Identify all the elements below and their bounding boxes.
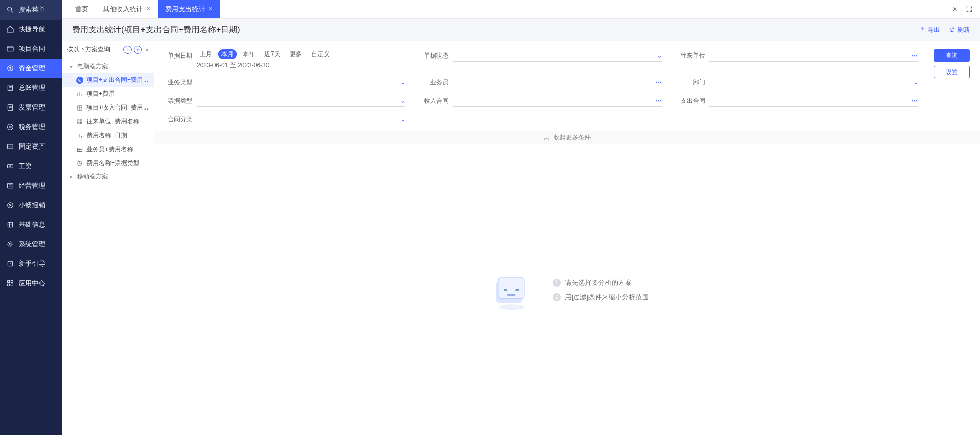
tree-item-1[interactable]: 项目+费用 [62,87,154,101]
sidebar-label: 工资 [19,161,32,171]
fullscreen-button[interactable] [965,5,974,14]
sidebar-item-home[interactable]: 快捷导航 [0,20,62,39]
settings-button[interactable]: 设置 [934,66,970,78]
sidebar-item-base[interactable]: 基础信息 [0,215,62,234]
collapse-filters-button[interactable]: ︽ 收起更多条件 [154,131,980,144]
field-biz-type: 业务类型 ⌄ [165,76,405,88]
scheme-title: 按以下方案查询 [67,45,110,54]
export-button[interactable]: 导出 [919,26,940,34]
chevron-down-icon: ⌄ [400,79,405,86]
svg-rect-23 [78,119,79,121]
tab-label: 首页 [75,5,88,14]
date-opt-this-month[interactable]: 本月 [218,49,237,59]
add-scheme-button[interactable]: + [123,46,132,54]
tree-item-2[interactable]: 项目+收入合同+费用... [62,101,154,115]
tree-group-mobile[interactable]: ▸ 移动端方案 [62,170,154,183]
date-opt-more[interactable]: 更多 [287,49,305,59]
folder-icon [6,45,14,53]
date-opt-prev-month[interactable]: 上月 [197,49,215,59]
field-date: 单据日期 上月 本月 本年 近7天 更多 自定义 2023-06-01 至 20… [165,49,405,70]
sidebar-item-ledger[interactable]: 总账管理 [0,78,62,98]
sidebar-item-tax[interactable]: 税务管理 [0,117,62,137]
close-all-button[interactable]: ✕ [950,5,959,14]
tab-home[interactable]: 首页 [68,0,96,18]
tree-group-desktop[interactable]: ▾ 电脑端方案 [62,60,154,73]
sidebar-item-funds[interactable]: 资金管理 [0,59,62,78]
app-icon [6,279,14,287]
refresh-button[interactable]: 刷新 [949,26,970,34]
title-row: 费用支出统计(项目+支出合同+费用名称+日期) 导出 刷新 [62,19,980,41]
sidebar-item-project[interactable]: 项目合同 [0,39,62,59]
partner-input[interactable]: ⋯ [709,49,918,62]
step-number: 1 [553,279,561,287]
svg-point-19 [137,49,139,50]
sidebar-item-invoice[interactable]: 发票管理 [0,98,62,117]
table-icon [76,146,83,153]
date-opt-custom[interactable]: 自定义 [308,49,333,59]
date-opt-this-year[interactable]: 本年 [240,49,258,59]
sidebar-item-biz[interactable]: 经营管理 [0,176,62,195]
sidebar-item-app[interactable]: 应用中心 [0,274,62,293]
svg-point-0 [8,7,12,11]
tree-item-5[interactable]: 业务员+费用名称 [62,142,154,156]
sidebar-item-reimb[interactable]: 小畅报销 [0,195,62,215]
contract-class-select[interactable]: ⌄ [197,113,405,125]
salary-icon [6,162,14,170]
sidebar-item-search[interactable]: 搜索菜单 [0,0,62,20]
sidebar-item-guide[interactable]: 新手引导 [0,254,62,274]
date-opt-7days[interactable]: 近7天 [261,49,283,59]
biz-icon [6,182,14,190]
close-icon[interactable]: ✕ [146,6,151,12]
biz-type-select[interactable]: ⌄ [197,76,405,88]
field-clerk: 业务员 ⋯ [421,76,662,88]
svg-rect-27 [77,148,82,151]
export-icon [919,27,925,33]
label: 支出合同 [678,95,705,105]
svg-point-9 [10,166,11,167]
item-label: 往来单位+费用名称 [86,117,139,126]
settings-label: 设置 [946,68,958,77]
svg-rect-8 [8,165,13,168]
bill-type-select[interactable]: ⌄ [197,95,405,107]
sidebar-label: 发票管理 [19,103,45,112]
export-label: 导出 [928,26,940,34]
item-label: 费用名称+票据类型 [86,159,139,168]
close-icon[interactable]: ✕ [208,6,213,12]
sidebar-item-salary[interactable]: 工资 [0,156,62,176]
field-expense-contract: 支出合同 ⋯ [678,95,918,107]
field-status: 单据状态 ⌄ [421,49,662,62]
search-icon [6,6,14,14]
svg-point-13 [9,243,11,245]
svg-rect-12 [8,222,12,227]
main: 首页 其他收入统计 ✕ 费用支出统计 ✕ ✕ 费用支出统计(项目+支出合同+费用… [62,0,980,435]
sidebar-label: 应用中心 [19,279,45,288]
target-icon [76,77,83,84]
sidebar-item-asset[interactable]: 固定资产 [0,137,62,156]
tree-item-3[interactable]: 往来单位+费用名称 [62,115,154,129]
label: 单据状态 [421,49,449,60]
svg-rect-10 [8,183,13,188]
status-select[interactable]: ⌄ [453,49,662,62]
body: 按以下方案查询 + « ▾ 电脑端方案 项目+支出合同+费用... [62,41,980,435]
clerk-input[interactable]: ⋯ [453,76,662,88]
chevron-down-icon: ⌄ [657,52,662,59]
query-button[interactable]: 查询 [934,49,970,62]
tree-item-6[interactable]: 费用名称+票据类型 [62,156,154,170]
sidebar-item-system[interactable]: 系统管理 [0,234,62,254]
tree-item-0[interactable]: 项目+支出合同+费用... [62,73,154,87]
tabbar: 首页 其他收入统计 ✕ 费用支出统计 ✕ ✕ [62,0,980,19]
asset-icon [6,142,14,151]
tab-other-income[interactable]: 其他收入统计 ✕ [96,0,158,18]
dept-select[interactable]: ⌄ [709,76,918,88]
collapse-panel-button[interactable]: « [145,46,149,53]
sidebar-label: 资金管理 [19,64,45,73]
expense-contract-input[interactable]: ⋯ [709,95,918,107]
income-contract-input[interactable]: ⋯ [453,95,662,107]
scheme-settings-button[interactable] [134,46,142,54]
tab-expense-stat[interactable]: 费用支出统计 ✕ [158,0,220,18]
scheme-tree: ▾ 电脑端方案 项目+支出合同+费用... 项目+费用 项目+收入合同+费用..… [62,58,154,435]
tree-item-4[interactable]: 费用名称+日期 [62,129,154,142]
scheme-header: 按以下方案查询 + « [62,41,154,58]
group-label: 电脑端方案 [77,62,108,71]
svg-rect-17 [8,284,10,286]
